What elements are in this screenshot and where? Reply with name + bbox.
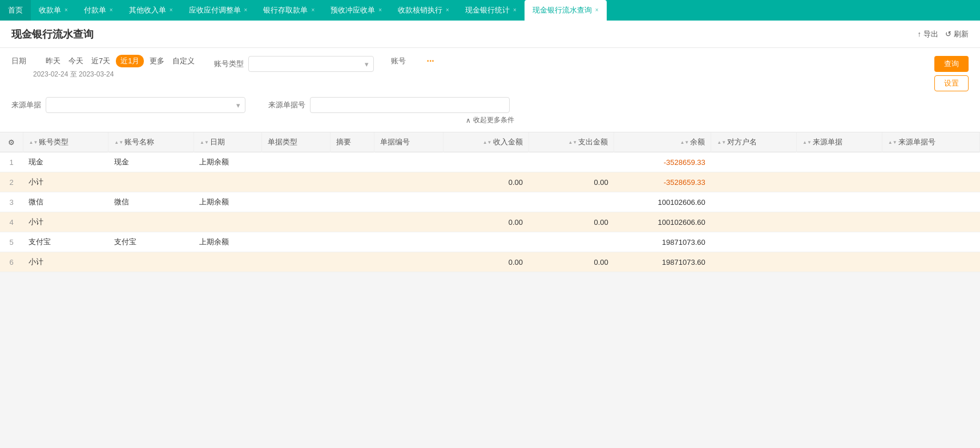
cell-counterparty: [711, 252, 797, 272]
cell-doc-no: [374, 212, 443, 232]
col-summary[interactable]: 摘要: [330, 132, 374, 152]
col-balance[interactable]: ▲▼余额: [614, 132, 711, 152]
table-row: 1 现金 现金 上期余额 -3528659.33: [0, 152, 980, 172]
close-icon[interactable]: ×: [595, 0, 599, 21]
sort-icon: ▲▼: [200, 140, 209, 145]
page-title: 现金银行流水查询: [11, 27, 94, 41]
col-date[interactable]: ▲▼日期: [193, 132, 261, 152]
cell-source-doc: [797, 152, 882, 172]
shortcut-custom[interactable]: 自定义: [170, 55, 197, 67]
nav-collect-verify[interactable]: 收款核销执行 ×: [390, 0, 457, 21]
shortcut-1month[interactable]: 近1月: [116, 55, 144, 67]
cell-doc-type: [261, 192, 330, 212]
cell-source-doc-no: [882, 172, 979, 192]
shortcut-7days[interactable]: 近7天: [89, 55, 112, 67]
col-gear[interactable]: ⚙: [0, 132, 23, 152]
cell-account-type: 小计: [23, 212, 108, 232]
nav-cash-stats[interactable]: 现金银行统计 ×: [457, 0, 525, 21]
cell-account-name: [108, 172, 194, 192]
filter-area: 日期 昨天 今天 近7天 近1月 更多 自定义 2023-02-24 至 202…: [0, 48, 980, 132]
cell-account-type: 现金: [23, 152, 108, 172]
cell-counterparty: [711, 232, 797, 252]
dropdown-icon: ▾: [236, 101, 240, 110]
col-income[interactable]: ▲▼收入金额: [443, 132, 529, 152]
close-icon[interactable]: ×: [446, 0, 449, 21]
date-range: 2023-02-24 至 2023-03-24: [33, 70, 114, 78]
col-doc-type[interactable]: 单据类型: [261, 132, 330, 152]
col-doc-no[interactable]: 单据编号: [374, 132, 443, 152]
table-row: 3 微信 微信 上期余额 100102606.60: [0, 192, 980, 212]
source-doc-label: 来源单据: [11, 100, 41, 110]
sort-icon: ▲▼: [680, 140, 689, 145]
source-doc-no-input[interactable]: [310, 97, 510, 113]
refresh-button[interactable]: ↺ 刷新: [945, 29, 969, 39]
cell-counterparty: [711, 212, 797, 232]
cell-doc-no: [374, 152, 443, 172]
cell-expense: 0.00: [529, 172, 614, 192]
cell-balance: 100102606.60: [614, 212, 711, 232]
nav-cash-flow[interactable]: 现金银行流水查询 ×: [525, 0, 607, 21]
settings-button[interactable]: 设置: [934, 75, 969, 91]
shortcut-today[interactable]: 今天: [66, 55, 86, 67]
cell-date: 上期余额: [193, 192, 261, 212]
page-header: 现金银行流水查询 ↑ 导出 ↺ 刷新: [0, 21, 980, 48]
gear-icon[interactable]: ⚙: [8, 138, 15, 147]
cell-date: 上期余额: [193, 152, 261, 172]
shortcut-yesterday[interactable]: 昨天: [43, 55, 63, 67]
table-row: 4 小计 0.00 0.00 100102606.60: [0, 212, 980, 232]
export-button[interactable]: ↑ 导出: [918, 29, 939, 39]
cell-source-doc: [797, 212, 882, 232]
date-label: 日期: [11, 56, 40, 66]
table-header: ⚙ ▲▼账号类型 ▲▼账号名称 ▲▼日期 单据类型 摘要 单据编号 ▲▼收入金额: [0, 132, 980, 152]
cell-account-name: [108, 252, 194, 272]
cell-date: [193, 252, 261, 272]
sort-icon: ▲▼: [888, 140, 897, 145]
nav-receipt[interactable]: 收款单 ×: [31, 0, 76, 21]
nav-prepay-offset[interactable]: 预收冲应收单 ×: [322, 0, 390, 21]
close-icon[interactable]: ×: [513, 0, 517, 21]
nav-adjustment[interactable]: 应收应付调整单 ×: [181, 0, 256, 21]
account-type-select[interactable]: ▾: [248, 56, 374, 72]
nav-bank-deposit[interactable]: 银行存取款单 ×: [255, 0, 322, 21]
nav-other-income[interactable]: 其他收入单 ×: [121, 0, 181, 21]
col-account-type[interactable]: ▲▼账号类型: [23, 132, 108, 152]
cell-doc-type: [261, 232, 330, 252]
query-button[interactable]: 查询: [934, 56, 969, 72]
source-doc-select[interactable]: ▾: [46, 97, 245, 113]
col-account-name[interactable]: ▲▼账号名称: [108, 132, 194, 152]
nav-payment[interactable]: 付款单 ×: [76, 0, 121, 21]
source-doc-no-label: 来源单据号: [268, 100, 305, 110]
refresh-icon: ↺: [945, 30, 951, 38]
row-number: 2: [0, 172, 23, 192]
col-source-doc[interactable]: ▲▼来源单据: [797, 132, 882, 152]
cell-source-doc-no: [882, 212, 979, 232]
close-icon[interactable]: ×: [110, 0, 113, 21]
cell-summary: [330, 152, 374, 172]
close-icon[interactable]: ×: [378, 0, 382, 21]
cell-balance: 100102606.60: [614, 192, 711, 212]
nav-home[interactable]: 首页: [0, 0, 31, 21]
close-icon[interactable]: ×: [311, 0, 314, 21]
cell-doc-no: [374, 172, 443, 192]
close-icon[interactable]: ×: [64, 0, 68, 21]
cell-income: [443, 152, 529, 172]
account-more-button[interactable]: ···: [424, 56, 436, 66]
cell-doc-type: [261, 252, 330, 272]
col-expense[interactable]: ▲▼支出金额: [529, 132, 614, 152]
collapse-button[interactable]: ∧ 收起更多条件: [11, 115, 969, 125]
close-icon[interactable]: ×: [244, 0, 248, 21]
cell-summary: [330, 252, 374, 272]
account-type-label: 账号类型: [214, 59, 244, 69]
col-source-doc-no[interactable]: ▲▼来源单据号: [882, 132, 979, 152]
close-icon[interactable]: ×: [170, 0, 173, 21]
cell-doc-no: [374, 192, 443, 212]
cell-account-type: 小计: [23, 172, 108, 192]
cell-counterparty: [711, 172, 797, 192]
cell-date: [193, 212, 261, 232]
collapse-icon: ∧: [466, 116, 471, 124]
shortcut-more[interactable]: 更多: [147, 55, 167, 67]
cell-summary: [330, 232, 374, 252]
table-body: 1 现金 现金 上期余额 -3528659.33 2 小计 0.00 0.00 …: [0, 152, 980, 272]
top-navigation: 首页 收款单 × 付款单 × 其他收入单 × 应收应付调整单 × 银行存取款单 …: [0, 0, 980, 21]
col-counterparty[interactable]: ▲▼对方户名: [711, 132, 797, 152]
